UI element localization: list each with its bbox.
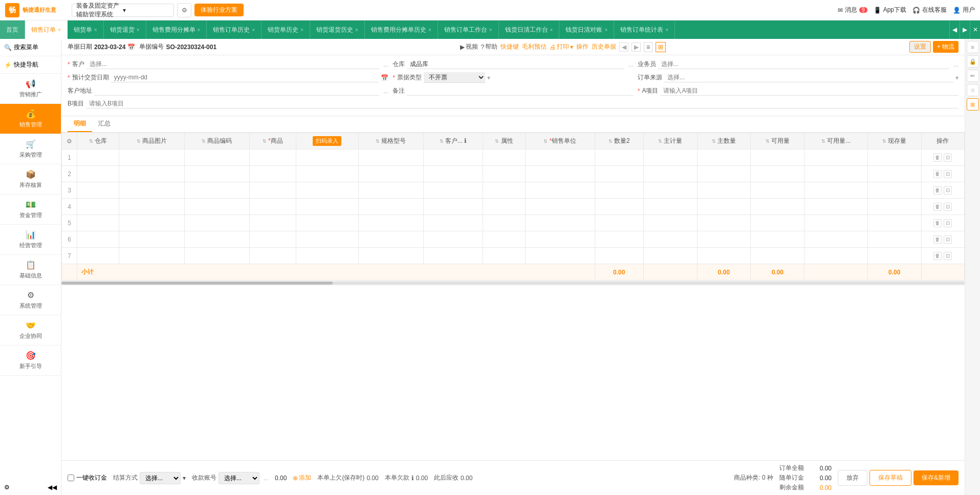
right-icon-lock[interactable]: 🔒 <box>967 55 979 68</box>
cell-unit-1[interactable] <box>525 149 595 166</box>
receipt-select[interactable]: 选择... <box>219 472 259 484</box>
salesperson-input[interactable] <box>658 59 949 69</box>
toolbar-prev[interactable]: ◀ <box>619 42 628 52</box>
toolbar-next[interactable]: ▶ <box>631 42 641 52</box>
close-tab-expense-history[interactable]: × <box>428 27 431 33</box>
close-tab-stats[interactable]: × <box>665 27 668 33</box>
order-source-input[interactable] <box>664 73 953 82</box>
tab-sales-order[interactable]: 销售订单× <box>25 20 68 39</box>
delivery-input[interactable] <box>111 73 379 82</box>
tab-home[interactable]: 首页 <box>0 20 25 39</box>
warehouse-input[interactable] <box>407 59 624 69</box>
sidebar-item-basic[interactable]: 📋 基础信息 <box>0 255 61 285</box>
tab-sales-bill-history[interactable]: 销货单历史× <box>262 20 310 39</box>
tab-expense-history[interactable]: 销售费用分摊单历史× <box>365 20 438 39</box>
scrollbar-thumb[interactable] <box>61 282 333 285</box>
customer-input[interactable] <box>86 59 380 69</box>
tab-detail[interactable]: 明细 <box>68 116 92 132</box>
delete-row-4[interactable]: 🗑 <box>933 203 942 211</box>
copy-row-1[interactable]: ⊡ <box>944 154 952 162</box>
add-button[interactable]: ⊕ 添加 <box>293 474 311 482</box>
app-download-button[interactable]: 📱 App下载 <box>874 6 906 14</box>
warehouse-ellipsis[interactable]: ... <box>628 61 634 68</box>
cell-warehouse-1[interactable] <box>77 149 119 166</box>
close-tab-daily-clear[interactable]: × <box>550 27 553 33</box>
cell-code-1[interactable] <box>184 149 249 166</box>
copy-row-5[interactable]: ⊡ <box>944 219 952 227</box>
discard-button[interactable]: 放弃 <box>838 470 867 486</box>
a-project-input[interactable] <box>660 86 959 96</box>
history-btn[interactable]: 历史单据 <box>592 42 616 51</box>
scan-button[interactable]: 扫码录入 <box>313 136 341 146</box>
nav-prev-arrow[interactable]: ◀ <box>949 20 960 39</box>
address-input[interactable] <box>94 86 379 96</box>
delete-row-7[interactable]: 🗑 <box>933 252 942 260</box>
tab-summary[interactable]: 汇总 <box>92 116 117 132</box>
one-click-label[interactable]: 一键收订金 <box>68 474 107 482</box>
print-btn[interactable]: 🖨 打印 ▾ <box>550 42 573 51</box>
sidebar-collapse-icon[interactable]: ◀◀ <box>48 484 57 491</box>
sidebar-search[interactable]: 🔍 搜索菜单 <box>0 39 61 56</box>
delete-row-6[interactable]: 🗑 <box>933 235 942 244</box>
delete-row-5[interactable]: 🗑 <box>933 219 942 227</box>
help-btn[interactable]: ? 帮助 <box>481 42 498 51</box>
delete-row-3[interactable]: 🗑 <box>933 186 942 195</box>
sidebar-item-collab[interactable]: 🤝 企业协同 <box>0 315 61 346</box>
nav-more-arrow[interactable]: ✕ <box>970 20 980 39</box>
sidebar-item-sales[interactable]: 💰 销售管理 <box>0 104 61 134</box>
tab-daily-account[interactable]: 钱货日清对账× <box>559 20 614 39</box>
sidebar-quick[interactable]: ⚡ 快捷导航 <box>0 56 61 74</box>
copy-row-2[interactable]: ⊡ <box>944 170 952 178</box>
sidebar-item-guide[interactable]: 🎯 新手引导 <box>0 346 61 376</box>
cell-cattr-1[interactable] <box>424 149 483 166</box>
sidebar-item-inventory[interactable]: 📦 库存核算 <box>0 164 61 195</box>
right-icon-edit[interactable]: ✏ <box>967 70 979 82</box>
grid-view-btn[interactable]: ⊞ <box>656 42 666 52</box>
copy-row-3[interactable]: ⊡ <box>944 186 952 195</box>
close-tab-sales-order[interactable]: × <box>58 27 61 33</box>
tab-daily-clear[interactable]: 钱货日清工作台× <box>499 20 560 39</box>
salesperson-ellipsis[interactable]: ... <box>953 61 959 68</box>
profit-btn[interactable]: 毛利预估 <box>522 42 547 51</box>
cell-qty2-1[interactable] <box>595 149 643 166</box>
view-mode-btn[interactable]: ≡ <box>644 42 652 52</box>
close-tab-workbench[interactable]: × <box>489 27 492 33</box>
close-tab-sales-bill[interactable]: × <box>94 27 97 33</box>
note-input[interactable] <box>407 86 633 96</box>
sidebar-settings-icon[interactable]: ⚙ <box>4 484 10 491</box>
calendar-icon-delivery[interactable]: 📅 <box>381 74 388 81</box>
receipt-ellipsis[interactable]: ... <box>264 475 269 482</box>
sidebar-item-marketing[interactable]: 📢 营销推广 <box>0 74 61 104</box>
gear-button[interactable]: ⚙ <box>177 3 191 17</box>
close-tab-sales-bill-history[interactable]: × <box>300 27 303 33</box>
tab-return-history[interactable]: 销货退货历史× <box>310 20 365 39</box>
delete-row-1[interactable]: 🗑 <box>933 154 942 162</box>
cell-attr-1[interactable] <box>483 149 525 166</box>
sidebar-item-purchase[interactable]: 🛒 采购管理 <box>0 134 61 164</box>
payment-select[interactable]: 选择... <box>140 472 181 484</box>
system-selector[interactable]: 装备及固定资产辅助管理系统 ▾ <box>72 4 174 17</box>
shortcut-btn[interactable]: 快捷键 <box>500 42 519 51</box>
customer-ellipsis[interactable]: ... <box>383 61 388 68</box>
industry-button[interactable]: 体验行业方案 <box>194 4 244 16</box>
tab-sales-bill[interactable]: 销货单× <box>68 20 104 39</box>
copy-row-7[interactable]: ⊡ <box>944 252 952 260</box>
nav-next-arrow[interactable]: ▶ <box>960 20 970 39</box>
b-project-input[interactable] <box>86 99 959 109</box>
close-tab-sales-order-history[interactable]: × <box>252 27 255 33</box>
horizontal-scrollbar[interactable] <box>61 281 965 286</box>
sidebar-item-system[interactable]: ⚙ 系统管理 <box>0 285 61 315</box>
save-new-button[interactable]: 保存&新增 <box>913 470 959 485</box>
right-icon-qr[interactable]: ⊞ <box>967 98 979 111</box>
tab-sales-expense[interactable]: 销售费用分摊单× <box>146 20 207 39</box>
sidebar-item-finance[interactable]: 💵 资金管理 <box>0 195 61 225</box>
copy-row-6[interactable]: ⊡ <box>944 235 952 244</box>
settings-button[interactable]: 设置 <box>909 41 931 53</box>
user-button[interactable]: 👤 用户 <box>953 6 975 14</box>
operation-btn[interactable]: 操作 <box>576 42 589 51</box>
cell-mainqty-1[interactable] <box>697 149 751 166</box>
sidebar-item-management[interactable]: 📊 经营管理 <box>0 225 61 255</box>
calendar-icon[interactable]: 📅 <box>127 44 135 51</box>
save-draft-button[interactable]: 保存草稿 <box>869 470 911 486</box>
address-ellipsis[interactable]: ... <box>383 88 388 95</box>
